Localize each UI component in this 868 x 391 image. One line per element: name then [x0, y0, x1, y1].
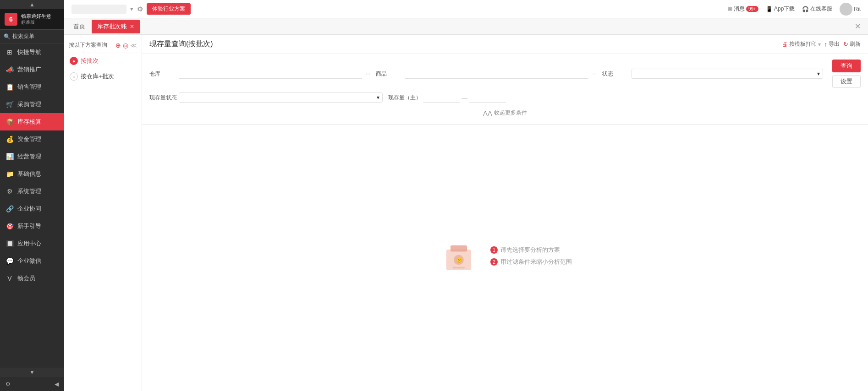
brand-name: 畅康通好生意: [21, 13, 51, 19]
tip-num-2: 2: [490, 258, 498, 266]
topbar-settings-icon[interactable]: ⚙: [137, 5, 143, 13]
sidebar-item-marketing[interactable]: 📣 营销推广: [0, 61, 64, 78]
page-header: 现存量查询(按批次) 🖨 按模板打印 ▾ ↑ 导出 ↻ 刷新: [142, 35, 868, 54]
quick-nav-icon: ⊞: [5, 49, 14, 56]
wechat-icon: 💬: [5, 257, 14, 265]
sidebar-item-inventory[interactable]: 📦 库存核算: [0, 113, 64, 130]
sidebar-item-basic-info[interactable]: 📁 基础信息: [0, 165, 64, 183]
left-panel-collapse-icon[interactable]: ≪: [130, 42, 137, 49]
main-area: ▾ ⚙ 体验行业方案 ✉ 消息 99+ 📱 App下载 🎧 在线客服 Rit: [64, 0, 868, 391]
topbar-search-input[interactable]: [71, 5, 126, 14]
refresh-icon: ↻: [843, 41, 848, 48]
user-profile-button[interactable]: Rit: [840, 3, 861, 16]
export-label: 导出: [829, 40, 840, 48]
app-download-label: App下载: [774, 5, 795, 13]
settings-icon[interactable]: ⚙: [5, 381, 11, 387]
online-support-button[interactable]: 🎧 在线客服: [802, 5, 832, 13]
app-logo: 6: [5, 13, 17, 26]
sidebar-item-vip[interactable]: V 畅会员: [0, 270, 64, 287]
refresh-button[interactable]: ↻ 刷新: [843, 40, 861, 48]
right-main: 现存量查询(按批次) 🖨 按模板打印 ▾ ↑ 导出 ↻ 刷新: [142, 35, 868, 391]
filter-area: 仓库 ··· 商品 ··· 状态 ▾: [142, 54, 868, 125]
empty-illustration: 😕: [438, 237, 479, 278]
app-download-icon: 📱: [766, 6, 773, 12]
print-dropdown-icon[interactable]: ▾: [818, 41, 821, 48]
tip-text-1: 请先选择要分析的方案: [500, 246, 560, 254]
sidebar-item-quick-nav[interactable]: ⊞ 快捷导航: [0, 43, 64, 61]
inventory-status-select[interactable]: ▾: [179, 92, 383, 103]
print-button[interactable]: 🖨 按模板打印 ▾: [782, 40, 821, 48]
inventory-status-filter: 现存量状态 ▾: [149, 92, 383, 103]
industry-solution-button[interactable]: 体验行业方案: [147, 3, 191, 15]
topbar-dropdown-icon[interactable]: ▾: [130, 5, 133, 12]
schema-icon-active: ●: [70, 57, 78, 65]
sidebar-item-enterprise[interactable]: 🔗 企业协同: [0, 200, 64, 217]
goods-filter: 商品 ···: [376, 69, 597, 79]
sidebar-scroll-up[interactable]: ▲: [0, 0, 64, 9]
inventory-qty-label: 现存量（主）: [388, 94, 421, 102]
sidebar-search[interactable]: 🔍 搜索菜单: [0, 30, 64, 43]
brand-version: 标准版: [21, 19, 51, 26]
goods-label: 商品: [376, 70, 403, 78]
empty-tips: 1 请先选择要分析的方案 2 用过滤条件来缩小分析范围: [490, 246, 572, 270]
collapse-filter-button[interactable]: ⋀⋀ 收起更多条件: [149, 107, 861, 119]
sidebar-item-sales[interactable]: 📋 销售管理: [0, 78, 64, 96]
sidebar-item-operations[interactable]: 📊 经营管理: [0, 148, 64, 165]
inventory-qty-filter: 现存量（主） —: [388, 93, 621, 103]
messages-icon: ✉: [728, 6, 732, 12]
topbar: ▾ ⚙ 体验行业方案 ✉ 消息 99+ 📱 App下载 🎧 在线客服 Rit: [64, 0, 868, 18]
query-button[interactable]: 查询: [832, 60, 861, 72]
tip-num-1: 1: [490, 246, 498, 254]
goods-input[interactable]: [405, 69, 588, 79]
schema-item-by-batch[interactable]: ● 按批次: [64, 53, 142, 69]
tab-close-icon[interactable]: ✕: [130, 23, 134, 30]
sidebar-item-label: 营销推广: [17, 65, 41, 74]
empty-content: 😕 1 请先选择要分析的方案 2 用过滤条件来缩小分析范围: [438, 237, 572, 278]
inventory-qty-from[interactable]: [423, 93, 460, 103]
sidebar-scroll-down[interactable]: ▼: [0, 368, 64, 377]
setting-button[interactable]: 设置: [832, 75, 861, 88]
marketing-icon: 📣: [5, 66, 14, 73]
schema-item-by-warehouse-batch[interactable]: ○ 按仓库+批次: [64, 69, 142, 84]
purchase-icon: 🛒: [5, 101, 14, 108]
brand-info: 畅康通好生意 标准版: [21, 13, 51, 26]
status-filter: 状态 ▾: [602, 69, 823, 79]
schema-item-label: 按批次: [81, 57, 99, 65]
sidebar-item-label: 应用中心: [17, 239, 41, 248]
tab-inventory-batch[interactable]: 库存批次账 ✕: [92, 20, 140, 33]
sidebar-item-newbie[interactable]: 🎯 新手引导: [0, 217, 64, 235]
messages-button[interactable]: ✉ 消息 99+: [728, 5, 758, 13]
sidebar-item-label: 采购管理: [17, 100, 41, 109]
collapse-sidebar-icon[interactable]: ◀: [55, 381, 59, 387]
left-panel: 按以下方案查询 ⊕ ◎ ≪ ● 按批次 ○ 按仓库+批次: [64, 35, 142, 391]
goods-more-icon[interactable]: ···: [592, 71, 597, 77]
sidebar-item-system[interactable]: ⚙ 系统管理: [0, 183, 64, 200]
warehouse-filter: 仓库 ···: [149, 69, 370, 79]
export-button[interactable]: ↑ 导出: [824, 40, 840, 48]
tab-label: 库存批次账: [97, 22, 127, 31]
add-schema-button[interactable]: ⊕: [115, 42, 121, 49]
sidebar-item-label: 经营管理: [17, 152, 41, 161]
tab-home[interactable]: 首页: [68, 20, 91, 33]
page-title: 现存量查询(按批次): [149, 39, 213, 49]
schema-settings-icon[interactable]: ◎: [123, 42, 128, 49]
app-download-button[interactable]: 📱 App下载: [766, 5, 795, 13]
status-select[interactable]: ▾: [632, 69, 823, 79]
warehouse-more-icon[interactable]: ···: [366, 71, 370, 77]
sidebar-item-finance[interactable]: 💰 资金管理: [0, 130, 64, 148]
export-icon: ↑: [824, 41, 828, 48]
sidebar-item-label: 资金管理: [17, 135, 41, 143]
sidebar-item-wechat[interactable]: 💬 企业微信: [0, 252, 64, 270]
qty-separator: —: [461, 94, 467, 101]
close-tab-right-icon[interactable]: ✕: [851, 22, 864, 31]
inventory-qty-to[interactable]: [469, 93, 506, 103]
enterprise-icon: 🔗: [5, 205, 14, 212]
sidebar-header: 6 畅康通好生意 标准版: [0, 9, 64, 30]
warehouse-input[interactable]: [179, 69, 362, 79]
search-icon: 🔍: [4, 33, 11, 40]
sidebar-item-app-center[interactable]: 🔲 应用中心: [0, 235, 64, 252]
sidebar-item-purchase[interactable]: 🛒 采购管理: [0, 96, 64, 113]
sidebar-item-label: 库存核算: [17, 118, 41, 126]
sidebar-item-label: 企业协同: [17, 205, 41, 213]
left-panel-title: 按以下方案查询: [69, 41, 107, 49]
